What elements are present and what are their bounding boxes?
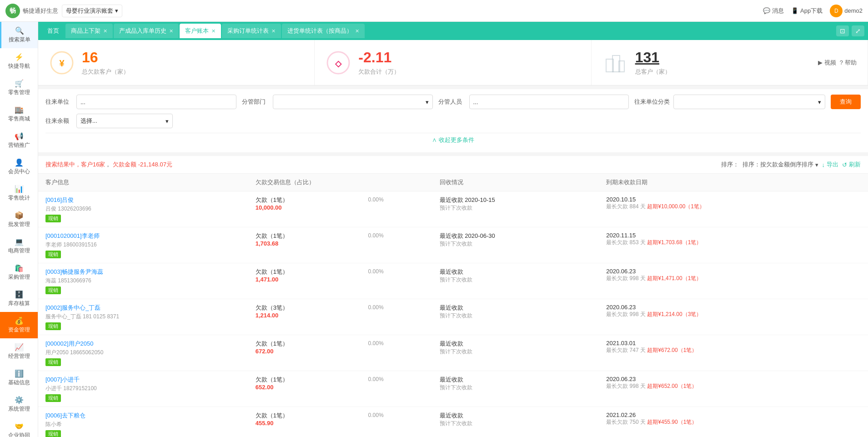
overdue-link[interactable]: 超期¥652.00（1笔）	[647, 383, 697, 389]
app-download-btn[interactable]: 📱 App下载	[791, 7, 823, 15]
user-profile[interactable]: D demo2	[830, 5, 863, 17]
customer-name-link[interactable]: [0007]小进千	[45, 376, 241, 384]
tab-close-icon[interactable]: ✕	[355, 28, 359, 34]
dept-select[interactable]: ▾	[273, 95, 433, 109]
sidebar-item-batch-mgmt[interactable]: 📦 批发管理	[0, 206, 38, 233]
due-date: 2020.10.15	[606, 196, 861, 203]
sidebar-item-retail-mgmt[interactable]: 🛒 零售管理	[0, 75, 38, 101]
customer-name-link[interactable]: [0006]去下粮仓	[45, 412, 241, 420]
refresh-btn[interactable]: ↺ 刷新	[842, 161, 861, 169]
tab-restore-btn[interactable]: ⊡	[836, 25, 849, 36]
sidebar-item-member-center[interactable]: 👤 会员中心	[0, 154, 38, 180]
tab-close-icon[interactable]: ✕	[169, 28, 173, 34]
sidebar-item-purchase-mgmt[interactable]: 🛍️ 采购管理	[0, 259, 38, 286]
sidebar-item-finance[interactable]: 💰 资金管理	[0, 312, 38, 338]
tab-inventory-stats[interactable]: 进货单统计表（按商品） ✕	[282, 24, 365, 38]
store-selector[interactable]: 母婴行业演示账套 ▾	[62, 5, 122, 17]
customer-sub: 用户2050 18665062050	[45, 349, 241, 357]
base-info-icon: ℹ️	[2, 369, 36, 378]
debt-count: 欠款（1笔）	[256, 268, 354, 276]
overdue-link[interactable]: 超期¥1,471.00（1笔）	[647, 275, 702, 281]
due-date: 2021.02.26	[606, 412, 861, 418]
stat-icon-customers	[602, 50, 628, 75]
sidebar-item-quick-nav[interactable]: ⚡ 快捷导航	[0, 48, 38, 75]
cell-recovery: 最近收款 预计下次收款	[432, 407, 599, 437]
tab-close-icon[interactable]: ✕	[211, 28, 216, 34]
customer-tag: 现销	[45, 286, 61, 294]
overdue-link[interactable]: 超期¥1,214.00（3笔）	[647, 311, 702, 317]
search-button[interactable]: 查询	[831, 95, 861, 109]
export-btn[interactable]: ↓ 导出	[822, 161, 839, 169]
customer-name-link[interactable]: [0001020001]李老师	[45, 232, 241, 240]
overdue-link[interactable]: 超期¥1,703.68（1笔）	[647, 239, 702, 246]
sidebar-search[interactable]: 🔍 搜索菜单	[0, 22, 38, 48]
help-btn[interactable]: ? 帮助	[840, 59, 857, 67]
table-info: 搜索结果中，客户16家， 欠款金额 -21,148.07元	[45, 161, 172, 169]
tab-product-history[interactable]: 产成品入库单历史 ✕	[114, 24, 179, 38]
tab-close-icon[interactable]: ✕	[103, 28, 107, 34]
table-row: [0001020001]李老师 李老师 18600391516 现销 欠款（1笔…	[38, 227, 868, 263]
dept-dropdown-icon: ▾	[426, 99, 429, 105]
tab-product-shelf[interactable]: 商品上下架 ✕	[65, 24, 113, 38]
source-unit-input[interactable]: ...	[76, 95, 236, 109]
cell-due-date: 2020.06.23 最长欠款 998 天 超期¥1,471.00（1笔）	[599, 263, 868, 299]
cell-customer-info: [0006]去下粮仓 陈小希 现销	[38, 407, 248, 437]
sidebar-item-ecom-mgmt[interactable]: 💻 电商管理	[0, 233, 38, 259]
sidebar-item-label: 零售统计	[2, 194, 36, 202]
col-header-due-date: 到期未收款日期	[599, 174, 868, 191]
customer-name-link[interactable]: [0016]吕俊	[45, 196, 241, 204]
tab-purchase-stats[interactable]: 采购订单统计表 ✕	[222, 24, 281, 38]
logo-icon: 畅	[5, 4, 20, 18]
customer-name-link[interactable]: [0002]服务中心_丁磊	[45, 304, 241, 312]
overdue-link[interactable]: 超期¥455.90（1笔）	[647, 419, 697, 425]
due-date: 2021.03.01	[606, 340, 861, 347]
retail-mgmt-icon: 🛒	[2, 79, 36, 88]
store-dropdown-icon: ▾	[115, 7, 118, 14]
debt-percent: 0.00%	[368, 376, 384, 382]
sidebar-item-base-info[interactable]: ℹ️ 基础信息	[0, 365, 38, 391]
filter-area: 往来单位 ... 分管部门 ▾ 分管人员	[38, 89, 868, 152]
debt-percent: 0.00%	[368, 340, 384, 347]
store-name: 母婴行业演示账套	[66, 7, 113, 15]
overdue-days: 最长欠款 998 天	[606, 275, 647, 281]
stat-icon-debt: ¥	[49, 50, 75, 75]
video-btn[interactable]: ▶ 视频	[818, 59, 836, 67]
last-payment: 最近收款	[440, 268, 592, 276]
sort-button[interactable]: 排序：按欠款金额倒序排序 ▾	[743, 161, 818, 169]
sidebar-item-retail-mall[interactable]: 🏬 零售商城	[0, 101, 38, 127]
cell-recovery: 最近收款 2020-10-15 预计下次收款	[432, 191, 599, 227]
sidebar-item-enterprise[interactable]: 🤝 企业协同	[0, 417, 38, 437]
debt-count: 欠款（1笔）	[256, 232, 354, 240]
customer-name-link[interactable]: [000002]用户2050	[45, 340, 241, 348]
overdue-link[interactable]: 超期¥10,000.00（1笔）	[647, 203, 705, 210]
customer-tag: 现销	[45, 358, 61, 366]
cell-debt-percent: 0.00%	[361, 335, 432, 371]
sidebar-item-label: 零售商城	[2, 115, 36, 123]
last-payment: 最近收款 2020-06-30	[440, 232, 592, 240]
debt-percent: 0.00%	[368, 268, 384, 275]
customer-sub: 吕俊 13026203696	[45, 205, 241, 213]
tab-expand-btn[interactable]: ⤢	[852, 25, 864, 36]
person-input[interactable]: ...	[469, 95, 629, 109]
col-header-recovery: 回收情况	[432, 174, 599, 191]
collapse-filters-btn[interactable]: ∧ 收起更多条件	[45, 133, 861, 147]
last-payment: 最近收款 2020-10-15	[440, 196, 592, 204]
tab-customer-account[interactable]: 客户账本 ✕	[180, 24, 221, 38]
unit-category-select[interactable]: ▾	[673, 95, 825, 109]
balance-select[interactable]: 选择... ▾	[76, 114, 173, 128]
next-payment: 预计下次收款	[440, 384, 592, 392]
sidebar-item-marketing[interactable]: 📢 营销推广	[0, 127, 38, 154]
sidebar-item-sys-mgmt[interactable]: ⚙️ 系统管理	[0, 391, 38, 417]
message-btn[interactable]: 💬 消息	[763, 7, 784, 15]
sidebar-item-ops-mgmt[interactable]: 📈 经营管理	[0, 338, 38, 365]
collapse-label: 收起更多条件	[439, 136, 474, 143]
sidebar-item-inventory[interactable]: 🗄️ 库存核算	[0, 286, 38, 312]
tab-close-icon[interactable]: ✕	[271, 28, 276, 34]
customer-name-link[interactable]: [0003]畅捷服务尹海蕊	[45, 268, 241, 276]
overdue-days: 最长欠款 750 天	[606, 419, 647, 425]
overdue-link[interactable]: 超期¥672.00（1笔）	[647, 347, 697, 353]
sidebar-item-retail-stats[interactable]: 📊 零售统计	[0, 180, 38, 206]
sidebar-item-label: 资金管理	[2, 326, 36, 334]
export-icon: ↓	[822, 161, 825, 168]
tab-home[interactable]: 首页	[42, 24, 65, 38]
